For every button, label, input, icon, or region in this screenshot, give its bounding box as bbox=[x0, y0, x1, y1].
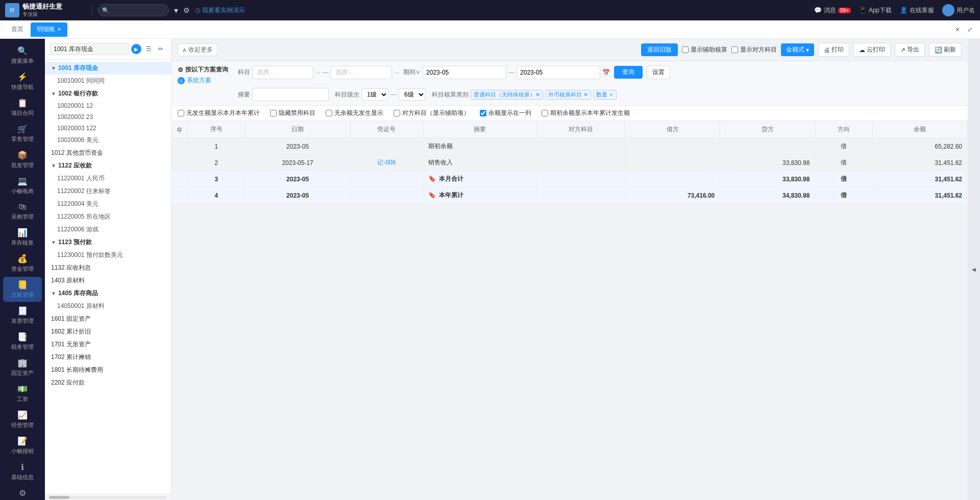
tree-item-11220004[interactable]: 11220004 美元 bbox=[45, 198, 171, 210]
show-auxiliary-checkbox[interactable]: 显示辅助核算 bbox=[682, 45, 727, 54]
tree-item-1002[interactable]: ▼ 1002 银行存款 bbox=[45, 87, 171, 100]
th-settings[interactable]: ⚙ bbox=[172, 121, 188, 138]
sidebar-item-system[interactable]: ⚙ 系统管理 bbox=[3, 485, 42, 500]
tree-item-1001[interactable]: ▼ 1001 库存现金 bbox=[45, 62, 171, 75]
online-service-btn[interactable]: 👤 在线客服 bbox=[900, 6, 934, 15]
field-dots2: ··· bbox=[394, 69, 399, 76]
tree-item-1403[interactable]: 1403 原材料 bbox=[45, 274, 171, 287]
tree-item-11220006[interactable]: 11220006 游戏 bbox=[45, 223, 171, 236]
period-start-input[interactable] bbox=[423, 66, 506, 79]
sidebar-item-ledger[interactable]: 📒 总账管理 bbox=[3, 277, 42, 302]
tree-item-11220001[interactable]: 11220001 人民币 bbox=[45, 172, 171, 185]
tab-detail[interactable]: 明细账 ✕ bbox=[31, 22, 67, 37]
tree-label-11220004: 11220004 美元 bbox=[57, 200, 99, 208]
voucher-link-2[interactable]: 记-006 bbox=[377, 159, 396, 166]
sidebar-item-inventory[interactable]: 📊 库存核算 bbox=[3, 225, 42, 250]
currency-dropdown-btn[interactable]: 金额式 ▾ bbox=[781, 43, 814, 56]
tab-detail-close[interactable]: ✕ bbox=[57, 27, 61, 32]
cb-balance-one-col[interactable]: 余额显示在一列 bbox=[480, 109, 531, 117]
user-area[interactable]: 用户名 bbox=[942, 4, 975, 16]
category-tag-2[interactable]: 外币核算科目 ✕ bbox=[545, 90, 591, 100]
tab-expand-btn[interactable]: ⤢ bbox=[965, 25, 975, 35]
sidebar-retail-icon: 🛒 bbox=[17, 124, 28, 134]
tree-item-14050001[interactable]: 14050001 原材料 bbox=[45, 300, 171, 313]
sidebar-item-asset[interactable]: 🏢 固定资产 bbox=[3, 355, 42, 380]
tree-item-10020006[interactable]: 10020006 美元 bbox=[45, 134, 171, 147]
tab-home[interactable]: 首页 bbox=[5, 22, 30, 37]
period-calendar-icon[interactable]: 📅 bbox=[602, 69, 610, 76]
cb-show-period-total[interactable]: 期初余额显示本年累计发生额 bbox=[542, 109, 630, 117]
tree-item-11220005[interactable]: 11220005 所在地区 bbox=[45, 210, 171, 223]
tree-item-1123[interactable]: ▼ 1123 预付款 bbox=[45, 236, 171, 249]
print-btn[interactable]: 🖨 打印 bbox=[818, 43, 849, 57]
collapse-btn[interactable]: ∧ 收起更多 bbox=[178, 43, 217, 56]
sidebar-item-basic[interactable]: ℹ 基础信息 bbox=[3, 459, 42, 484]
sidebar-item-finance[interactable]: 💰 资金管理 bbox=[3, 251, 42, 276]
tree-item-1122[interactable]: ▼ 1122 应收款 bbox=[45, 159, 171, 172]
category-tag-1[interactable]: 普通科目（无特殊核算）✕ bbox=[471, 90, 543, 100]
tree-item-1702[interactable]: 1702 累计摊销 bbox=[45, 351, 171, 364]
tree-item-11220002[interactable]: 11220002 往来标签 bbox=[45, 185, 171, 198]
demo-link[interactable]: ◷ 我要看实例演示 bbox=[195, 6, 245, 15]
account-edit-icon[interactable]: ✏ bbox=[156, 44, 166, 54]
scheme-btn[interactable]: ◎ 系统方案 bbox=[178, 76, 234, 85]
message-btn[interactable]: 💬 消息 99+ bbox=[814, 6, 851, 15]
back-old-btn[interactable]: 退回旧版 bbox=[641, 43, 678, 56]
period-end-input[interactable] bbox=[517, 66, 600, 79]
tree-item-10020001[interactable]: 10020001 12 bbox=[45, 100, 171, 111]
sidebar-item-salary[interactable]: 💵 工资 bbox=[3, 381, 42, 406]
gear-icon[interactable]: ⚙ bbox=[183, 6, 190, 14]
sidebar-item-retail[interactable]: 🛒 零售管理 bbox=[3, 121, 42, 146]
level-end-select[interactable]: 6级5级 bbox=[399, 88, 426, 101]
summary-input[interactable] bbox=[252, 88, 329, 101]
account-search-box[interactable]: 1001 库存现金 bbox=[50, 43, 129, 55]
export-btn[interactable]: ↗ 导出 bbox=[895, 43, 925, 57]
tree-item-2202[interactable]: 2202 应付款 bbox=[45, 376, 171, 389]
cb-hide-disabled[interactable]: 隐藏禁用科目 bbox=[270, 109, 315, 117]
tree-item-1132[interactable]: 1132 应收利息 bbox=[45, 261, 171, 274]
tree-item-1405[interactable]: ▼ 1405 库存商品 bbox=[45, 287, 171, 300]
sidebar-item-invoice[interactable]: 🧾 发票管理 bbox=[3, 303, 42, 328]
refresh-btn[interactable]: 🔄 刷新 bbox=[929, 43, 962, 57]
account-list-icon[interactable]: ☰ bbox=[143, 44, 154, 54]
account-nav-arrow[interactable]: ▶ bbox=[131, 44, 141, 54]
top-search[interactable]: 🔍 bbox=[97, 4, 169, 16]
td-balance-4: 31,451.62 bbox=[872, 187, 967, 204]
cb-no-activity[interactable]: 无发生额显示本月本年累计 bbox=[178, 109, 260, 117]
tree-item-1602[interactable]: 1602 累计折旧 bbox=[45, 325, 171, 338]
right-edge-panel[interactable]: ◀ bbox=[968, 39, 980, 500]
sidebar-item-quick-nav[interactable]: ⚡ 快捷导航 bbox=[3, 69, 42, 94]
dropdown-icon[interactable]: ▾ bbox=[174, 6, 178, 15]
subject-field-input[interactable] bbox=[252, 66, 313, 79]
tab-close-btn[interactable]: ✕ bbox=[952, 25, 963, 35]
sidebar-item-report[interactable]: 📝 小畅报销 bbox=[3, 433, 42, 458]
tree-item-10010001[interactable]: 10010001 同同同 bbox=[45, 75, 171, 87]
sidebar-item-ecommerce[interactable]: 💻 小畅电商 bbox=[3, 173, 42, 198]
query-btn[interactable]: 查询 bbox=[614, 66, 643, 79]
category-tag-3[interactable]: 数量 ∨ bbox=[593, 90, 617, 100]
tree-item-10020002[interactable]: 10020002 23 bbox=[45, 111, 171, 123]
sidebar-item-purchase[interactable]: 🛍 采购管理 bbox=[3, 199, 42, 224]
cb-no-balance[interactable]: 无余额无发生显示 bbox=[326, 109, 383, 117]
sidebar-item-project[interactable]: 📋 项目合同 bbox=[3, 95, 42, 120]
tree-item-1701[interactable]: 1701 无形资产 bbox=[45, 338, 171, 351]
account-tree-scrollbar[interactable] bbox=[45, 494, 171, 500]
level-divider: — bbox=[390, 91, 397, 98]
cloud-print-btn[interactable]: ☁ 云打印 bbox=[853, 43, 891, 57]
sidebar-item-search[interactable]: 🔍 搜索菜单 bbox=[3, 43, 42, 68]
subject-field-input2[interactable] bbox=[331, 66, 392, 79]
sidebar-item-business[interactable]: 📈 经营管理 bbox=[3, 407, 42, 432]
show-subject-checkbox[interactable]: 显示对方科目 bbox=[731, 45, 777, 54]
td-summary-4: 🔖 本年累计 bbox=[423, 187, 537, 204]
level-start-select[interactable]: 1级2级 bbox=[361, 88, 388, 101]
sidebar-item-wholesale[interactable]: 📦 批发管理 bbox=[3, 147, 42, 172]
tree-item-10020003[interactable]: 10020003 122 bbox=[45, 123, 171, 134]
tree-item-1012[interactable]: 1012 其他货币资金 bbox=[45, 147, 171, 159]
setting-btn[interactable]: 设置 bbox=[647, 65, 670, 79]
tree-item-11230001[interactable]: 11230001 预付款数美元 bbox=[45, 249, 171, 261]
tree-item-1601[interactable]: 1601 固定资产 bbox=[45, 313, 171, 325]
sidebar-item-tax[interactable]: 📑 税务管理 bbox=[3, 329, 42, 354]
cb-show-opposite[interactable]: 对方科目（显示辅助项） bbox=[394, 109, 470, 117]
tree-item-1801[interactable]: 1801 长期待摊费用 bbox=[45, 364, 171, 376]
app-download-btn[interactable]: 📱 App下载 bbox=[859, 6, 892, 15]
